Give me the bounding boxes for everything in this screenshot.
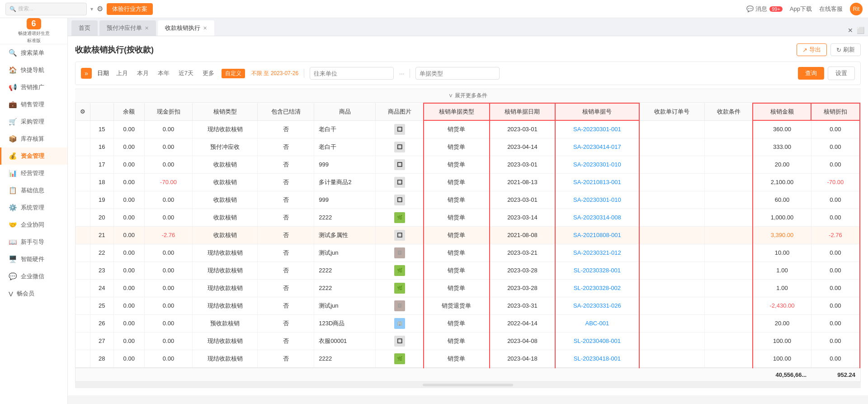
writeoff-bill-no-link[interactable]: SA-20210808-001 <box>573 232 621 238</box>
writeoff-bill-no-link[interactable]: SA-20230301-001 <box>573 126 621 133</box>
col-settings-cell[interactable] <box>75 120 90 138</box>
col-settings-cell[interactable] <box>75 244 90 261</box>
sidebar-item-guide[interactable]: 📖 新手引导 <box>0 233 67 251</box>
notifications-icon[interactable]: 💬 消息 99+ <box>746 5 783 13</box>
filter-date-custom[interactable]: 自定义 <box>222 69 245 78</box>
writeoff-bill-no-link[interactable]: SA-20230414-017 <box>573 143 621 150</box>
sidebar-item-enterprise[interactable]: 🤝 企业协同 <box>0 216 67 233</box>
sidebar-item-label: 畅会员 <box>17 290 34 298</box>
tab-prepaid-close-icon[interactable]: ✕ <box>145 25 149 31</box>
main-layout: 6 畅捷通谱好生意 标准版 🔍 搜索菜单 🏠 快捷导航 📢 营销推广 💼 销售管… <box>0 18 868 404</box>
writeoff-bill-no-link[interactable]: SA-20230321-012 <box>573 249 621 256</box>
dropdown-arrow-icon[interactable]: ▾ <box>90 6 93 12</box>
col-settings-cell[interactable] <box>75 279 90 297</box>
col-writeoff-bill-type-cell: 销货单 <box>424 173 489 191</box>
filter-date-more[interactable]: 更多 <box>201 68 216 78</box>
filter-date-last-month[interactable]: 上月 <box>114 68 130 78</box>
col-settings-cell[interactable] <box>75 226 90 244</box>
col-writeoff-bill-no-cell: SA-20230314-008 <box>555 209 639 226</box>
refresh-button[interactable]: ↻ 刷新 <box>830 43 861 56</box>
col-settings-header[interactable]: ⚙ <box>75 103 90 120</box>
writeoff-bill-no-link[interactable]: SL-20230328-002 <box>574 285 621 291</box>
query-button[interactable]: 查询 <box>798 67 824 80</box>
col-settings-cell[interactable] <box>75 350 90 368</box>
col-settings-cell[interactable] <box>75 156 90 173</box>
settings-icon[interactable]: ⚙ <box>97 5 103 13</box>
writeoff-bill-no-link[interactable]: SA-20230314-008 <box>573 214 621 221</box>
industry-solution-button[interactable]: 体验行业方案 <box>107 3 153 15</box>
col-writeoff-amount-cell: 1.00 <box>753 279 811 297</box>
sidebar-item-operation[interactable]: 📊 经营管理 <box>0 165 67 182</box>
scrollbar-track[interactable] <box>423 384 513 386</box>
col-settings-cell[interactable] <box>75 297 90 314</box>
col-settings-cell[interactable] <box>75 209 90 226</box>
sidebar-item-wechat[interactable]: 💬 企业微信 <box>0 268 67 285</box>
tab-collection[interactable]: 收款核销执行 ✕ <box>158 20 214 36</box>
col-settings-cell[interactable] <box>75 173 90 191</box>
sidebar-item-basic[interactable]: 📋 基础信息 <box>0 182 67 199</box>
window-maximize-icon[interactable]: ⬜ <box>857 27 864 34</box>
partner-input[interactable] <box>310 67 394 80</box>
avatar[interactable]: Rit <box>850 3 863 15</box>
col-product-image-cell: 🌿 <box>375 261 424 279</box>
horizontal-scrollbar[interactable] <box>75 382 861 388</box>
export-button[interactable]: ↗ 导出 <box>797 43 827 56</box>
sidebar-item-search[interactable]: 🔍 搜索菜单 <box>0 44 67 62</box>
sidebar-item-quick-nav[interactable]: 🏠 快捷导航 <box>0 62 67 79</box>
tab-prepaid[interactable]: 预付冲应付单 ✕ <box>99 20 156 36</box>
sidebar-item-system[interactable]: ⚙️ 系统管理 <box>0 199 67 216</box>
sidebar-item-label: 智能硬件 <box>21 255 44 263</box>
sidebar-item-sales[interactable]: 💼 销售管理 <box>0 96 67 113</box>
sidebar-item-inventory[interactable]: 📦 库存核算 <box>0 130 67 147</box>
col-settings-cell[interactable] <box>75 332 90 350</box>
settings-button[interactable]: 设置 <box>828 67 855 80</box>
writeoff-bill-no-link[interactable]: SL-20230328-001 <box>574 267 621 274</box>
expand-more-bar[interactable]: ∨ 展开更多条件 <box>75 89 861 102</box>
online-service-link[interactable]: 在线客服 <box>819 5 843 13</box>
product-image-thumb: 🖼 <box>394 247 405 258</box>
writeoff-bill-no-link[interactable]: SL-20230408-001 <box>574 337 621 344</box>
writeoff-bill-no-link[interactable]: SA-20230331-026 <box>573 302 621 309</box>
col-writeoff-bill-date-cell: 2023-03-01 <box>490 120 555 138</box>
app-download-link[interactable]: App下载 <box>790 5 812 13</box>
sidebar-item-label: 库存核算 <box>21 135 44 143</box>
col-settings-cell[interactable] <box>75 138 90 156</box>
sidebar-item-vip[interactable]: V 畅会员 <box>0 285 67 302</box>
filter-expand-button[interactable]: » <box>81 68 92 79</box>
sidebar-item-hardware[interactable]: 🖥️ 智能硬件 <box>0 251 67 268</box>
filter-date-7days[interactable]: 近7天 <box>177 68 195 78</box>
col-product-image-cell: 🔲 <box>375 191 424 209</box>
col-writeoff-bill-no-cell: SA-20230301-010 <box>555 191 639 209</box>
col-writeoff-bill-date-cell: 2023-03-01 <box>490 156 555 173</box>
col-writeoff-bill-date-cell: 2022-04-14 <box>490 314 555 332</box>
col-writeoff-bill-type-cell: 销货单 <box>424 209 489 226</box>
col-collection-order-no-cell <box>639 138 705 156</box>
bill-type-input[interactable] <box>415 67 500 80</box>
sidebar-item-purchase[interactable]: 🛒 采购管理 <box>0 113 67 130</box>
writeoff-bill-no-link[interactable]: SA-20230301-010 <box>573 196 621 203</box>
sidebar-item-marketing[interactable]: 📢 营销推广 <box>0 79 67 96</box>
tab-home[interactable]: 首页 <box>71 20 98 36</box>
col-settings-cell[interactable] <box>75 191 90 209</box>
col-writeoff-amount-cell: 1.00 <box>753 261 811 279</box>
window-minimize-icon[interactable]: ✕ <box>848 27 853 34</box>
filter-date-this-year[interactable]: 本年 <box>156 68 171 78</box>
filter-date-this-month[interactable]: 本月 <box>135 68 151 78</box>
writeoff-bill-no-link[interactable]: SL-20230418-001 <box>574 355 621 362</box>
col-writeoff-type-cell: 现结收款核销 <box>193 244 258 261</box>
col-cash-discount-header: 现金折扣 <box>144 103 192 120</box>
col-settings-cell[interactable] <box>75 314 90 332</box>
col-include-settled-cell: 否 <box>258 244 314 261</box>
col-settings-cell[interactable] <box>75 261 90 279</box>
finance-icon: 💰 <box>9 152 17 160</box>
col-writeoff-bill-date-cell: 2023-03-21 <box>490 244 555 261</box>
product-image-thumb: 🔲 <box>394 142 405 152</box>
writeoff-bill-no-link[interactable]: SA-20230301-010 <box>573 161 621 168</box>
col-cash-discount-cell: -70.00 <box>144 173 192 191</box>
tab-collection-close-icon[interactable]: ✕ <box>203 25 207 31</box>
writeoff-bill-no-link[interactable]: ABC-001 <box>585 320 609 327</box>
sidebar-item-finance[interactable]: 💰 资金管理 <box>0 147 67 165</box>
writeoff-bill-no-link[interactable]: SA-20210813-001 <box>573 179 621 185</box>
col-collection-condition-cell <box>704 350 753 368</box>
col-product-cell: 2222 <box>314 279 376 297</box>
